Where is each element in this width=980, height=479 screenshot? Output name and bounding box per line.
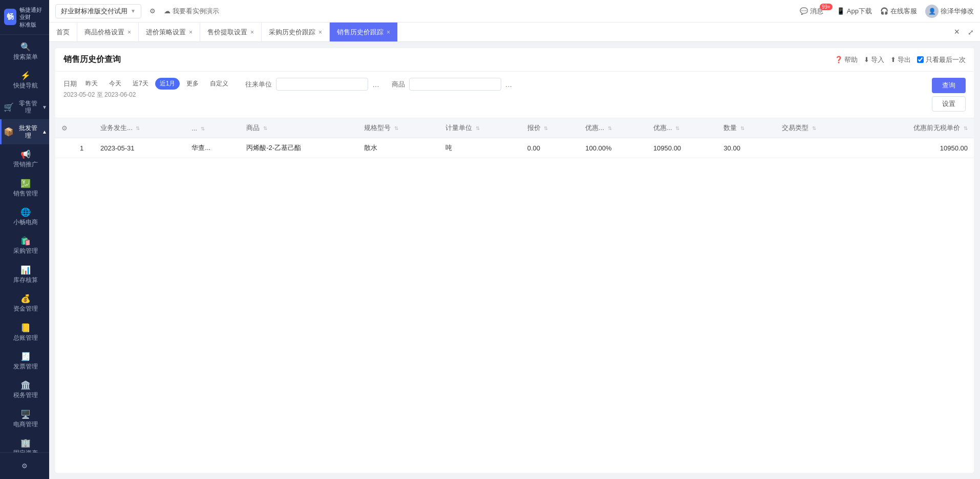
th-pretax-price[interactable]: 优惠前无税单价 ⇅ <box>857 118 974 138</box>
th-date[interactable]: 业务发生... ⇅ <box>94 118 185 138</box>
sidebar-nav: 🔍 搜索菜单 ⚡ 快捷导航 🛒 零售管理 ▼ 📦 批发管理 ▲ 📢 营销推广 💹… <box>0 35 49 452</box>
header-right: 💬 消息 99+ 📱 App下载 🎧 在线客服 👤 徐泽华修改 <box>800 5 974 18</box>
sidebar-item-invoice[interactable]: 🧾 发票管理 <box>0 346 49 375</box>
fixed-assets-icon: 🏢 <box>20 438 31 448</box>
row-discount1-cell: 100.00% <box>579 138 647 158</box>
only-last-checkbox-input[interactable] <box>917 56 924 63</box>
sort-icon: ⇅ <box>544 125 548 131</box>
th-more[interactable]: ... ⇅ <box>185 118 240 138</box>
date-yesterday-btn[interactable]: 昨天 <box>81 78 102 90</box>
row-discount2-cell: 10950.00 <box>647 138 717 158</box>
sidebar-item-marketing[interactable]: 📢 营销推广 <box>0 144 49 173</box>
th-price[interactable]: 报价 ⇅ <box>521 118 580 138</box>
th-unit[interactable]: 计量单位 ⇅ <box>439 118 521 138</box>
date-options: 昨天 今天 近7天 近1月 更多 自定义 <box>81 78 233 90</box>
page-title: 销售历史价查询 <box>63 54 121 65</box>
sidebar-item-search[interactable]: 🔍 搜索菜单 <box>0 37 49 66</box>
customer-input[interactable] <box>276 78 368 91</box>
data-table: ⚙ 业务发生... ⇅ ... ⇅ <box>55 118 974 158</box>
tab-selector-text: 好业财标准版交付试用 <box>61 7 127 16</box>
sidebar-item-fixed-assets[interactable]: 🏢 固定资产 <box>0 433 49 452</box>
tab-purchase-strategy[interactable]: 进价策略设置 × <box>139 23 200 42</box>
tab-price-extract[interactable]: 售价提取设置 × <box>200 23 262 42</box>
tax-icon: 🏛️ <box>20 380 31 390</box>
row-product-cell: 丙烯酸-2-乙基己酯 <box>240 138 358 158</box>
customer-dots-button[interactable]: ... <box>372 80 379 89</box>
tab-close-icon[interactable]: × <box>387 29 390 36</box>
tab-sales-history[interactable]: 销售历史价跟踪 × <box>330 23 398 42</box>
inventory-icon: 📊 <box>20 265 31 275</box>
sidebar-settings-button[interactable]: ⚙ <box>0 458 49 474</box>
query-button[interactable]: 查询 <box>932 78 966 93</box>
date-more-btn[interactable]: 更多 <box>182 78 203 90</box>
sidebar-item-purchase[interactable]: 🛍️ 采购管理 <box>0 231 49 259</box>
tab-home[interactable]: 首页 <box>49 23 77 42</box>
sidebar-item-ecommerce-small[interactable]: 🌐 小畅电商 <box>0 202 49 231</box>
page-header: 销售历史价查询 ❓ 帮助 ⬇ 导入 ⬆ 导出 <box>55 48 974 72</box>
date-last1m-btn[interactable]: 近1月 <box>155 78 180 90</box>
sort-icon: ⇅ <box>740 125 744 131</box>
th-product[interactable]: 商品 ⇅ <box>240 118 358 138</box>
date-last7-btn[interactable]: 近7天 <box>128 78 153 90</box>
tab-price-settings[interactable]: 商品价格设置 × <box>77 23 139 42</box>
import-button[interactable]: ⬇ 导入 <box>864 55 884 64</box>
table-row: 1 2023-05-31 华查... 丙烯酸-2-乙基己酯 散水 吨 0.00 … <box>55 138 974 158</box>
sidebar-item-quick-nav[interactable]: ⚡ 快捷导航 <box>0 66 49 94</box>
th-discount1[interactable]: 优惠... ⇅ <box>579 118 647 138</box>
sales-icon: 💹 <box>20 179 31 188</box>
tab-close-icon[interactable]: × <box>127 29 131 36</box>
sidebar-item-retail[interactable]: 🛒 零售管理 ▼ <box>0 95 49 120</box>
message-button[interactable]: 💬 消息 99+ <box>800 7 828 16</box>
th-transaction-type[interactable]: 交易类型 ⇅ <box>776 118 857 138</box>
date-today-btn[interactable]: 今天 <box>104 78 126 90</box>
retail-icon: 🛒 <box>4 102 14 112</box>
sidebar-item-general-ledger[interactable]: 📒 总账管理 <box>0 318 49 346</box>
sidebar-item-inventory[interactable]: 📊 库存核算 <box>0 260 49 289</box>
only-last-checkbox-label[interactable]: 只看最后一次 <box>917 55 966 64</box>
tab-close-icon[interactable]: × <box>189 29 193 36</box>
tab-bar: 首页 商品价格设置 × 进价策略设置 × 售价提取设置 × 采购历史价跟踪 × … <box>49 23 980 42</box>
product-input[interactable] <box>409 78 501 91</box>
customer-filter-group: 往来单位 ... <box>245 78 379 91</box>
chevron-down-icon: ▼ <box>131 8 136 14</box>
tab-selector[interactable]: 好业财标准版交付试用 ▼ <box>55 4 141 18</box>
message-icon: 💬 <box>800 7 808 15</box>
sidebar: 畅 畅捷通好业财 标准版 🔍 搜索菜单 ⚡ 快捷导航 🛒 零售管理 ▼ 📦 批发… <box>0 0 49 479</box>
online-service-button[interactable]: 🎧 在线客服 <box>880 7 917 16</box>
product-dots-button[interactable]: ... <box>505 80 512 89</box>
table-gear-icon[interactable]: ⚙ <box>61 124 68 132</box>
sort-icon: ⇅ <box>675 125 679 131</box>
window-close-button[interactable]: × <box>951 27 963 37</box>
ecommerce-icon: 🖥️ <box>20 409 31 419</box>
invoice-icon: 🧾 <box>20 352 31 361</box>
th-discount2[interactable]: 优惠... ⇅ <box>647 118 717 138</box>
user-info[interactable]: 👤 徐泽华修改 <box>925 5 974 18</box>
tab-close-icon[interactable]: × <box>250 29 254 36</box>
export-button[interactable]: ⬆ 导出 <box>890 55 911 64</box>
sidebar-item-finance[interactable]: 💰 资金管理 <box>0 289 49 317</box>
th-spec[interactable]: 规格型号 ⇅ <box>358 118 439 138</box>
row-price-cell: 0.00 <box>521 138 580 158</box>
sidebar-item-tax[interactable]: 🏛️ 税务管理 <box>0 375 49 404</box>
sidebar-item-ecommerce[interactable]: 🖥️ 电商管理 <box>0 404 49 433</box>
sidebar-item-wholesale[interactable]: 📦 批发管理 ▲ <box>0 119 49 144</box>
tab-close-icon[interactable]: × <box>318 29 322 36</box>
sort-icon: ⇅ <box>608 125 612 131</box>
sidebar-item-sales[interactable]: 💹 销售管理 <box>0 173 49 202</box>
window-maximize-button[interactable]: ⤢ <box>966 28 976 36</box>
th-settings: ⚙ <box>55 118 74 138</box>
app-download-button[interactable]: 📱 App下载 <box>837 7 872 16</box>
help-button[interactable]: ❓ 帮助 <box>835 55 858 64</box>
date-custom-btn[interactable]: 自定义 <box>205 78 233 90</box>
th-quantity[interactable]: 数量 ⇅ <box>717 118 776 138</box>
marketing-icon: 📢 <box>20 149 31 159</box>
tab-purchase-history[interactable]: 采购历史价跟踪 × <box>262 23 330 42</box>
filter-settings-button[interactable]: 设置 <box>932 96 966 112</box>
demo-link[interactable]: ☁ 我要看实例演示 <box>164 7 219 16</box>
row-pretax-price-cell: 10950.00 <box>857 138 974 158</box>
row-more-cell: 华查... <box>185 138 240 158</box>
filter-bar: 日期 昨天 今天 近7天 近1月 更多 自定义 2023-05-02 至 202… <box>55 72 974 118</box>
message-badge: 99+ <box>820 4 833 10</box>
sort-icon: ⇅ <box>964 125 968 131</box>
header-settings-button[interactable]: ⚙ <box>145 4 160 18</box>
